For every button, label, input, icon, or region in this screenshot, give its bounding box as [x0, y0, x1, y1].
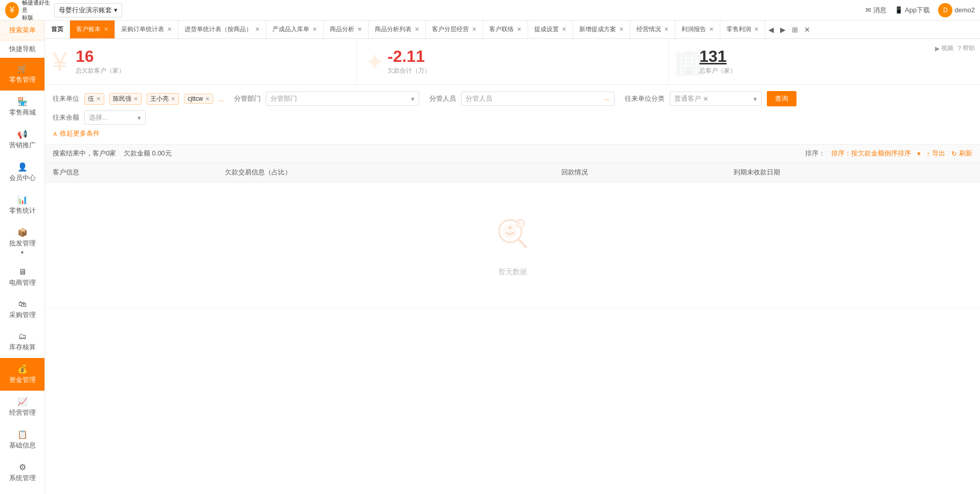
- remove-tag-wang[interactable]: ✕: [171, 96, 175, 102]
- tab-close-icon-5[interactable]: ✕: [357, 26, 362, 33]
- sort-select[interactable]: 排序：按欠款金额倒序排序: [831, 149, 911, 158]
- sidebar-item-retail-stat[interactable]: 📊 零售统计: [0, 189, 44, 221]
- stat-label-customers: 总欠款客户（家）: [76, 66, 125, 75]
- tab-commission-setting[interactable]: 提成设置 ✕: [528, 20, 573, 39]
- tab-close-icon[interactable]: ✕: [104, 26, 108, 33]
- message-button[interactable]: ✉ 消息: [865, 6, 886, 15]
- help-btn[interactable]: ? 帮助: [958, 44, 975, 53]
- tab-next-btn[interactable]: ▶: [777, 26, 789, 34]
- tab-close-all-btn[interactable]: ✕: [801, 26, 813, 34]
- remove-tag-chen[interactable]: ✕: [133, 96, 138, 102]
- sidebar-item-basic-info[interactable]: 📋 基础信息: [0, 423, 44, 456]
- tab-profit-report[interactable]: 利润报告 ✕: [675, 20, 720, 39]
- export-btn[interactable]: ↑ 导出: [927, 149, 946, 158]
- result-summary: 搜索结果中，客户0家 欠款金额 0.00元: [53, 149, 172, 158]
- svg-point-3: [509, 226, 512, 229]
- result-bar: 搜索结果中，客户0家 欠款金额 0.00元 排序： 排序：按欠款金额倒序排序 ▾…: [45, 145, 980, 163]
- filter-tag-chen[interactable]: 陈民强 ✕: [109, 93, 142, 105]
- filter-tag-cjttcw[interactable]: cjttcw ✕: [184, 94, 213, 104]
- result-actions: 排序： 排序：按欠款金额倒序排序 ▾ ↑ 导出 ↻ 刷新: [805, 149, 973, 158]
- tab-home[interactable]: 首页: [45, 20, 70, 39]
- unit-type-dropdown[interactable]: 普通客户 ✕ ▾: [670, 92, 762, 106]
- sidebar-item-member[interactable]: 👤 会员中心: [0, 156, 44, 189]
- tab-customer-book[interactable]: 客户账本 ✕: [70, 20, 115, 39]
- tab-close-icon-7[interactable]: ✕: [472, 26, 476, 33]
- tab-inbound-stat[interactable]: 进货单统计表（按商品） ✕: [178, 20, 266, 39]
- refresh-btn[interactable]: ↻ 刷新: [951, 149, 972, 158]
- system-icon: ⚙: [19, 462, 26, 472]
- filter-row-2: 往来余额 选择... ▾: [53, 110, 972, 125]
- sidebar-item-marketing[interactable]: 📢 营销推广: [0, 123, 44, 156]
- query-button[interactable]: 查询: [767, 91, 796, 106]
- more-tags-btn[interactable]: ...: [218, 95, 224, 103]
- logo-text: 畅捷通好生意 标版: [22, 0, 50, 21]
- video-help-btn[interactable]: ▶ 视频: [935, 44, 953, 53]
- finance-icon: 💰: [17, 364, 28, 374]
- app-download-button[interactable]: 📱 App下载: [895, 6, 930, 15]
- tab-close-icon-10[interactable]: ✕: [619, 26, 624, 33]
- sidebar-item-wholesale[interactable]: 📦 批发管理 ▾: [0, 221, 44, 261]
- tab-close-icon-9[interactable]: ✕: [562, 26, 566, 33]
- collapse-btn[interactable]: ∧ 收起更多条件: [53, 129, 972, 138]
- tab-close-icon-8[interactable]: ✕: [517, 26, 521, 33]
- svg-text:!: !: [518, 221, 520, 227]
- sidebar-item-finance[interactable]: 💰 资金管理: [0, 358, 44, 391]
- tab-customer-contact[interactable]: 客户联络 ✕: [483, 20, 528, 39]
- sidebar-item-operations[interactable]: 📈 经营管理: [0, 391, 44, 423]
- logo-area: ¥ 畅捷通好生意 标版: [5, 0, 50, 21]
- tab-expand-btn[interactable]: ⊞: [789, 26, 801, 34]
- help-icon: ?: [958, 45, 961, 52]
- data-table: 客户信息 欠款交易信息（占比） 回款情况 到期未收款日期: [45, 163, 980, 308]
- tab-product-inbound[interactable]: 产成品入库单 ✕: [266, 20, 324, 39]
- svg-line-2: [519, 240, 526, 247]
- tab-close-icon-2[interactable]: ✕: [167, 26, 172, 33]
- header-right: ✉ 消息 📱 App下载 D demo2: [865, 3, 975, 17]
- stats-area: ¥ 16 总欠款客户（家） ✦ -2.11 欠款合计（万） 🏢 131 总客户（…: [45, 39, 980, 85]
- member-icon: 👤: [17, 162, 28, 172]
- person-dropdown[interactable]: 分管人员 ···: [461, 92, 614, 106]
- tab-close-icon-13[interactable]: ✕: [754, 26, 759, 33]
- tab-close-icon-11[interactable]: ✕: [664, 26, 669, 33]
- sidebar-item-retail-mall[interactable]: 🏪 零售商城: [0, 91, 44, 123]
- account-dropdown[interactable]: 母婴行业演示账套 ▾: [54, 3, 122, 17]
- unit-label: 往来单位: [53, 94, 79, 103]
- tab-purchase-order[interactable]: 采购订单统计表 ✕: [115, 20, 178, 39]
- tab-customer-layer[interactable]: 客户分层经营 ✕: [426, 20, 483, 39]
- search-menu[interactable]: 搜索菜单: [0, 20, 44, 40]
- tab-product-analysis[interactable]: 商品分析 ✕: [324, 20, 369, 39]
- sidebar-item-retail-mgmt[interactable]: 🛒 零售管理: [0, 58, 44, 91]
- more-persons-btn[interactable]: ···: [604, 95, 610, 103]
- chevron-up-icon: ∧: [53, 130, 58, 138]
- filter-tag-wang[interactable]: 王小亮 ✕: [147, 93, 179, 105]
- user-profile[interactable]: D demo2: [938, 3, 975, 17]
- tab-operation[interactable]: 经营情况 ✕: [630, 20, 675, 39]
- dept-dropdown[interactable]: 分管部门 ▾: [266, 92, 419, 106]
- stat-icon-amount: ✦: [364, 48, 385, 76]
- sidebar-item-inventory[interactable]: 🗂 库存核算: [0, 326, 44, 358]
- empty-state: ! 暂无数据: [45, 183, 980, 307]
- col-repay-status: 回款情况: [554, 163, 726, 183]
- sidebar-item-ecommerce[interactable]: 🖥 电商管理: [0, 261, 44, 294]
- tab-product-list[interactable]: 商品分析列表 ✕: [369, 20, 426, 39]
- remove-tag-cjttcw[interactable]: ✕: [205, 96, 210, 102]
- inventory-icon: 🗂: [18, 332, 27, 341]
- sidebar-item-system[interactable]: ⚙ 系统管理: [0, 456, 44, 489]
- tab-close-icon-12[interactable]: ✕: [709, 26, 714, 33]
- tab-bar: 首页 客户账本 ✕ 采购订单统计表 ✕ 进货单统计表（按商品） ✕ 产成品入库单…: [45, 20, 980, 39]
- tab-close-icon-4[interactable]: ✕: [312, 26, 317, 33]
- remove-unit-type[interactable]: ✕: [703, 95, 709, 103]
- sidebar-item-purchase[interactable]: 🛍 采购管理: [0, 294, 44, 326]
- tab-prev-btn[interactable]: ◀: [765, 26, 777, 34]
- tab-close-icon-6[interactable]: ✕: [415, 26, 419, 33]
- tab-retail-profit[interactable]: 零售利润 ✕: [720, 20, 765, 39]
- dept-label: 分管部门: [234, 94, 261, 103]
- sidebar: 搜索菜单 快捷导航 🛒 零售管理 🏪 零售商城 📢 营销推广 👤 会员中心 📊 …: [0, 20, 45, 494]
- sidebar-item-collab[interactable]: 🤝 企业协同: [0, 489, 44, 494]
- empty-row: ! 暂无数据: [45, 183, 980, 308]
- filter-tag-wu[interactable]: 伍 ✕: [84, 93, 104, 105]
- tab-close-icon-3[interactable]: ✕: [255, 26, 260, 33]
- quick-nav[interactable]: 快捷导航: [0, 40, 44, 58]
- balance-dropdown[interactable]: 选择... ▾: [84, 110, 146, 125]
- tab-new-commission[interactable]: 新增提成方案 ✕: [573, 20, 630, 39]
- remove-tag-wu[interactable]: ✕: [96, 96, 101, 102]
